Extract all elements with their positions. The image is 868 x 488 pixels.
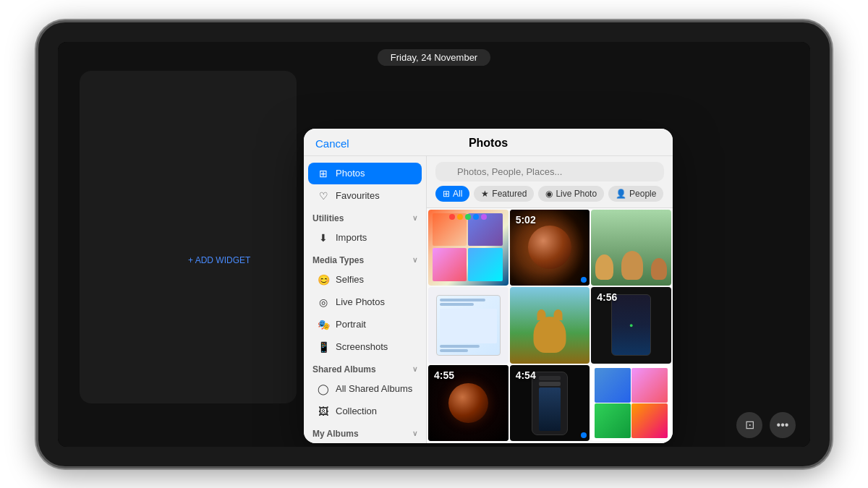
modal-title: Photos (469, 137, 508, 150)
filter-bar: ⊞ All ★ Featured ◉ Live Photo 👤 (427, 186, 673, 208)
photo-cell-9[interactable] (591, 365, 671, 442)
screen-mirror-icon[interactable]: ⊡ (736, 412, 762, 438)
search-input[interactable] (435, 162, 664, 181)
sidebar: ⊞ Photos ♡ Favourites Utilities ∨ ⬇ (304, 156, 427, 443)
photo-planet-1: 5:02 (510, 210, 590, 286)
photo-cell-4[interactable] (428, 287, 509, 364)
all-shared-label: All Shared Albums (336, 383, 412, 394)
filter-live-label: Live Photo (556, 189, 597, 199)
portrait-icon: 🎭 (317, 319, 330, 330)
ipad-frame: Friday, 24 November + ADD WIDGET Cancel … (36, 20, 832, 468)
star-icon: ★ (481, 189, 489, 199)
date-label: Friday, 24 November (391, 52, 477, 63)
media-types-chevron: ∨ (412, 256, 417, 264)
more-options-icon[interactable]: ••• (770, 412, 796, 438)
section-my-albums[interactable]: My Albums ∨ (304, 423, 426, 442)
time-label-6: 4:56 (597, 291, 617, 303)
live-photos-label: Live Photos (336, 296, 385, 307)
cancel-button[interactable]: Cancel (315, 137, 349, 150)
selfies-icon: 😊 (317, 274, 330, 286)
screenshot-mini (436, 295, 501, 356)
screenshots-label: Screenshots (336, 341, 388, 352)
date-pill: Friday, 24 November (378, 49, 490, 66)
collection-icon: 🖼 (317, 406, 330, 417)
sidebar-item-all-shared[interactable]: ◯ All Shared Albums (308, 378, 422, 400)
live-icon: ◉ (545, 189, 553, 199)
imports-label: Imports (336, 232, 367, 243)
bottom-bar: ⊡ ••• (736, 412, 796, 438)
sidebar-item-selfies[interactable]: 😊 Selfies (308, 269, 422, 291)
main-content: 🔍 ⊞ All ★ Featured (427, 156, 673, 443)
modal-body: ⊞ Photos ♡ Favourites Utilities ∨ ⬇ (304, 156, 673, 443)
filter-featured[interactable]: ★ Featured (474, 186, 534, 202)
shared-albums-label: Shared Albums (312, 364, 376, 374)
grid-icon: ⊞ (443, 189, 450, 199)
time-label-8: 4:54 (516, 369, 536, 381)
search-bar-container: 🔍 (427, 156, 673, 186)
filter-all[interactable]: ⊞ All (435, 186, 469, 202)
filter-people-label: People (629, 189, 656, 199)
add-widget-label[interactable]: + ADD WIDGET (188, 255, 250, 265)
photo-cell-3[interactable] (591, 210, 671, 286)
utilities-label: Utilities (312, 213, 344, 223)
ipad-screen: Friday, 24 November + ADD WIDGET Cancel … (58, 42, 810, 447)
sidebar-item-photos[interactable]: ⊞ Photos (308, 163, 422, 184)
photo-screenshot-1 (428, 287, 509, 364)
sidebar-item-imports[interactable]: ⬇ Imports (308, 227, 422, 249)
photo-cell-6[interactable]: ● 4:56 (591, 287, 671, 364)
modal-header: Cancel Photos (304, 129, 673, 156)
media-types-label: Media Types (312, 255, 364, 265)
favourites-icon: ♡ (317, 190, 330, 202)
filter-featured-label: Featured (492, 189, 527, 199)
section-shared-albums[interactable]: Shared Albums ∨ (304, 359, 426, 377)
section-media-types[interactable]: Media Types ∨ (304, 249, 426, 268)
filter-live-photo[interactable]: ◉ Live Photo (538, 186, 604, 202)
photo-dog-grass (510, 287, 590, 364)
screenshots-icon: 📱 (317, 341, 330, 353)
dark-panel (80, 71, 297, 403)
live-photos-icon: ◎ (317, 296, 330, 308)
section-utilities[interactable]: Utilities ∨ (304, 207, 426, 226)
photo-cell-2[interactable]: 5:02 (510, 210, 590, 286)
phone-screen: ● (611, 294, 651, 356)
my-albums-label: My Albums (312, 429, 359, 439)
photo-grid: 5:02 (427, 208, 673, 443)
sidebar-item-portrait[interactable]: 🎭 Portrait (308, 314, 422, 335)
filter-people[interactable]: 👤 People (608, 186, 663, 202)
person-icon: 👤 (616, 189, 626, 199)
sidebar-item-live-photos[interactable]: ◎ Live Photos (308, 291, 422, 313)
my-albums-chevron: ∨ (412, 429, 417, 437)
sidebar-item-favourites[interactable]: ♡ Favourites (308, 185, 422, 207)
photo-cell-7[interactable]: 4:55 (428, 365, 509, 442)
sidebar-favourites-label: Favourites (336, 190, 380, 201)
sidebar-item-collection[interactable]: 🖼 Collection (308, 401, 422, 422)
utilities-chevron: ∨ (412, 214, 417, 222)
photo-cell-5[interactable] (510, 287, 590, 364)
sidebar-photos-label: Photos (336, 168, 365, 179)
selfies-label: Selfies (336, 274, 364, 285)
photo-colorful-1 (428, 210, 509, 286)
search-wrapper: 🔍 (435, 162, 664, 181)
photo-collage (591, 365, 671, 442)
all-shared-icon: ◯ (317, 383, 330, 395)
photos-icon: ⊞ (317, 168, 330, 179)
sidebar-item-screenshots[interactable]: 📱 Screenshots (308, 336, 422, 358)
filter-all-label: All (453, 189, 462, 199)
time-label-2: 5:02 (516, 214, 536, 226)
status-bar: Friday, 24 November (58, 42, 810, 70)
photos-modal: Cancel Photos ⊞ Photos ♡ Favourites (304, 129, 673, 443)
imports-icon: ⬇ (317, 232, 330, 244)
photo-dogs-1 (591, 210, 671, 286)
photo-cell-8[interactable]: 4:54 (510, 365, 590, 442)
photo-cell-1[interactable] (428, 210, 509, 286)
time-label-7: 4:55 (434, 369, 454, 381)
collection-label: Collection (336, 406, 377, 416)
shared-albums-chevron: ∨ (412, 365, 417, 373)
portrait-label: Portrait (336, 319, 366, 330)
